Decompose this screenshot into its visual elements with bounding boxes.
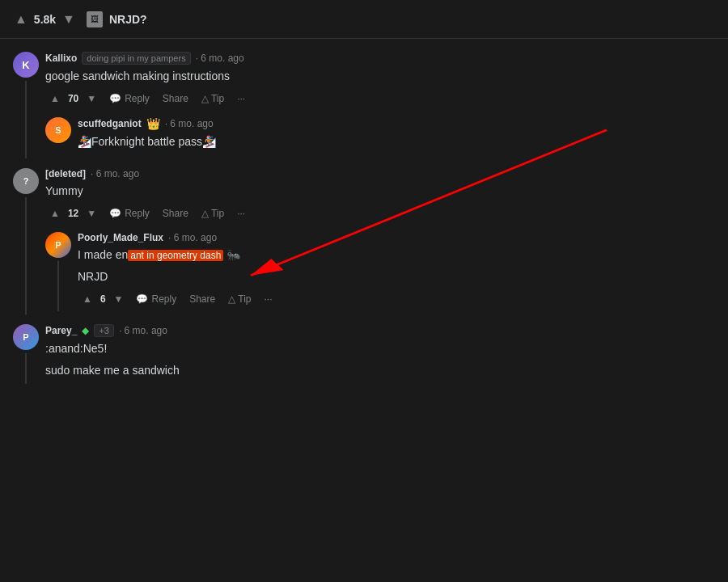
comment-left-parey: P <box>13 324 39 384</box>
top-bar: ▲ 5.8k ▼ 🖼 NRJD? <box>0 0 728 39</box>
share-deleted[interactable]: Share <box>158 205 193 222</box>
tip-deleted[interactable]: △ Tip <box>197 205 229 222</box>
comment-scuffed: S scuffedganiot 👑 · 6 mo. ago 🏂Forkknigh… <box>45 111 715 158</box>
vote-num-deleted: 12 <box>68 208 78 219</box>
thread-line-poorly <box>57 261 59 311</box>
more-deleted[interactable]: ··· <box>232 205 250 222</box>
vote-count: 5.8k <box>34 13 56 26</box>
comment-body-scuffed: scuffedganiot 👑 · 6 mo. ago 🏂Forkknight … <box>78 117 702 155</box>
highlighted-text-poorly: ant in geometry dash <box>128 250 223 261</box>
reply-label-poorly: Reply <box>151 293 176 305</box>
comment-left-poorly: P <box>45 232 71 311</box>
comment-body-kallixo: Kallixo doing pipi in my pampers · 6 mo.… <box>45 52 715 158</box>
avatar-deleted: ? <box>13 168 39 194</box>
post-title-bar: 🖼 NRJD? <box>87 11 147 27</box>
comment-header-parey: Parey_ ◆ +3 · 6 mo. ago <box>45 324 715 337</box>
reply-label-kallixo: Reply <box>125 93 150 104</box>
comment-header-scuffed: scuffedganiot 👑 · 6 mo. ago <box>78 117 702 130</box>
comment-left-deleted: ? <box>13 168 39 314</box>
username-poorly: Poorly_Made_Flux <box>78 232 163 243</box>
downvote-kallixo[interactable]: ▼ <box>82 90 101 108</box>
timestamp-poorly: · 6 mo. ago <box>168 232 217 243</box>
vote-num-poorly: 6 <box>100 293 106 305</box>
vote-poorly: ▲ 6 ▼ <box>78 290 128 308</box>
comment-kallixo: K Kallixo doing pipi in my pampers · 6 m… <box>0 45 728 162</box>
comment-body-deleted: [deleted] · 6 mo. ago Yummy ▲ 12 ▼ 💬 Rep… <box>45 168 715 314</box>
action-bar-deleted: ▲ 12 ▼ 💬 Reply Share △ Tip ··· <box>45 205 715 222</box>
comment-text-poorly: I made enant in geometry dash 🐜 <box>78 247 702 264</box>
username-scuffed: scuffedganiot <box>78 118 142 129</box>
timestamp-kallixo: · 6 mo. ago <box>196 53 244 64</box>
comment-text-parey: :anand:Ne5! <box>45 340 715 357</box>
more-kallixo[interactable]: ··· <box>232 90 250 108</box>
comments-area: K Kallixo doing pipi in my pampers · 6 m… <box>0 39 728 394</box>
action-bar-kallixo: ▲ 70 ▼ 💬 Reply Share △ Tip ··· <box>45 90 715 108</box>
comment-header-deleted: [deleted] · 6 mo. ago <box>45 168 715 179</box>
comment-header-kallixo: Kallixo doing pipi in my pampers · 6 mo.… <box>45 52 715 65</box>
upvote-deleted[interactable]: ▲ <box>45 205 65 222</box>
avatar-poorly: P <box>45 232 71 258</box>
username-kallixo: Kallixo <box>45 53 77 64</box>
downvote-button[interactable]: ▼ <box>61 11 77 28</box>
reply-label-deleted: Reply <box>125 208 150 219</box>
reply-btn-deleted[interactable]: 💬 Reply <box>104 205 154 222</box>
thread-line-kallixo <box>25 81 27 158</box>
reply-btn-poorly[interactable]: 💬 Reply <box>131 290 181 308</box>
comment-left-scuffed: S <box>45 117 71 155</box>
share-poorly[interactable]: Share <box>184 290 220 308</box>
post-icon: 🖼 <box>87 11 103 27</box>
comment-text2-parey: sudo make me a sandwich <box>45 362 715 379</box>
vote-num-kallixo: 70 <box>68 93 78 104</box>
action-bar-poorly: ▲ 6 ▼ 💬 Reply Share △ Tip ··· <box>78 290 702 308</box>
vote-deleted: ▲ 12 ▼ <box>45 205 101 222</box>
upvote-kallixo[interactable]: ▲ <box>45 90 65 108</box>
thread-line-deleted <box>25 197 27 314</box>
comment-deleted: ? [deleted] · 6 mo. ago Yummy ▲ 12 ▼ <box>0 162 728 318</box>
comment-text-kallixo: google sandwich making instructions <box>45 68 715 85</box>
comment-text-scuffed: 🏂Forkknight battle pass🏂 <box>78 133 702 150</box>
more-poorly[interactable]: ··· <box>260 290 277 308</box>
username-deleted: [deleted] <box>45 168 86 179</box>
share-kallixo[interactable]: Share <box>158 90 193 108</box>
avatar-kallixo: K <box>13 52 39 78</box>
downvote-poorly[interactable]: ▼ <box>109 290 129 308</box>
upvote-poorly[interactable]: ▲ <box>78 290 97 308</box>
comment-text2-poorly: NRJD <box>78 268 702 285</box>
username-parey: Parey_ <box>45 325 77 336</box>
crown-icon: 👑 <box>146 117 160 130</box>
comment-body-poorly: Poorly_Made_Flux · 6 mo. ago I made enan… <box>78 232 702 311</box>
diamond-icon-parey: ◆ <box>82 325 89 336</box>
comment-left-kallixo: K <box>13 52 39 158</box>
timestamp-parey: · 6 mo. ago <box>119 325 167 336</box>
tip-poorly[interactable]: △ Tip <box>223 290 256 308</box>
comment-poorly: P Poorly_Made_Flux · 6 mo. ago I made en… <box>45 226 715 314</box>
post-vote-section: ▲ 5.8k ▼ <box>13 11 77 28</box>
upvote-button[interactable]: ▲ <box>13 11 29 28</box>
avatar-parey: P <box>13 324 39 350</box>
main-content: K Kallixo doing pipi in my pampers · 6 m… <box>0 39 728 394</box>
tip-kallixo[interactable]: △ Tip <box>197 90 229 108</box>
timestamp-deleted: · 6 mo. ago <box>91 168 139 179</box>
timestamp-scuffed: · 6 mo. ago <box>165 118 214 129</box>
comment-icon-kallixo[interactable]: 💬 Reply <box>104 90 154 108</box>
comment-text-deleted: Yummy <box>45 183 715 200</box>
comment-parey: P Parey_ ◆ +3 · 6 mo. ago :anand:Ne5! su… <box>0 318 728 387</box>
flair-kallixo: doing pipi in my pampers <box>82 52 190 65</box>
downvote-deleted[interactable]: ▼ <box>82 205 101 222</box>
thread-line-parey <box>25 353 27 384</box>
flair-parey: +3 <box>94 324 114 337</box>
comment-body-parey: Parey_ ◆ +3 · 6 mo. ago :anand:Ne5! sudo… <box>45 324 715 384</box>
post-title: NRJD? <box>109 13 147 26</box>
vote-kallixo: ▲ 70 ▼ <box>45 90 101 108</box>
avatar-scuffed: S <box>45 117 71 143</box>
comment-header-poorly: Poorly_Made_Flux · 6 mo. ago <box>78 232 702 243</box>
